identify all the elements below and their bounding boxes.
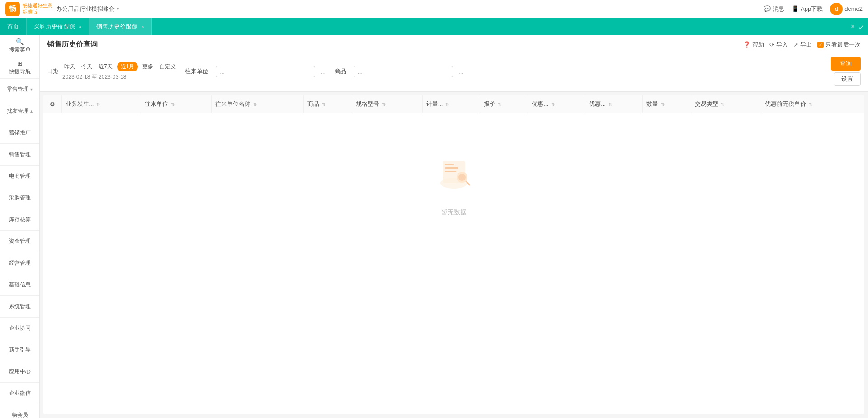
table-col-settings[interactable]: ⚙ [43, 95, 61, 113]
sidebar-item-marketing[interactable]: 营销推广 [0, 122, 39, 144]
date-btn-1month[interactable]: 近1月 [117, 62, 138, 71]
sidebar-item-app-center[interactable]: 应用中心 [0, 361, 39, 383]
help-button[interactable]: ❓ 帮助 [743, 41, 764, 49]
empty-illustration [431, 149, 476, 203]
settings-button[interactable]: 设置 [834, 72, 861, 86]
logo-text: 畅捷通好生意 标准版 [23, 3, 52, 14]
only-last-checkbox[interactable]: ✓ 只看最后一次 [817, 41, 861, 49]
date-btn-yesterday[interactable]: 昨天 [62, 62, 77, 71]
date-btn-today[interactable]: 今天 [80, 62, 94, 71]
date-btn-7days[interactable]: 近7天 [97, 62, 114, 71]
logo-icon: 畅 [5, 2, 20, 16]
sidebar-item-enterprise[interactable]: 企业协同 [0, 318, 39, 339]
window-close-icon[interactable]: × [851, 23, 855, 31]
sort-icon: ⇅ [661, 102, 665, 107]
table-col-discount1[interactable]: 优惠... ⇅ [528, 95, 585, 113]
table-col-partner[interactable]: 往来单位 ⇅ [141, 95, 212, 113]
app-selector[interactable]: 办公用品行业模拟账套 ▾ [56, 5, 119, 13]
table-col-unit[interactable]: 计量... ⇅ [422, 95, 480, 113]
checkbox-icon: ✓ [817, 42, 824, 48]
sort-icon: ⇅ [171, 102, 175, 107]
sidebar-item-basic-info[interactable]: 基础信息 [0, 274, 39, 296]
message-action[interactable]: 💬 消息 [764, 5, 784, 13]
sidebar-item-purchase-mgmt[interactable]: 采购管理 [0, 187, 39, 209]
table-col-trade-type[interactable]: 交易类型 ⇅ [691, 95, 761, 113]
user-profile[interactable]: d demo2 [830, 3, 863, 15]
app-download-action[interactable]: 📱 App下载 [792, 5, 823, 13]
search-icon: 🔍 [16, 38, 24, 45]
export-icon: ↗ [793, 41, 798, 48]
table-col-product[interactable]: 商品 ⇅ [304, 95, 352, 113]
chevron-up-icon: ▴ [30, 109, 33, 114]
message-icon: 💬 [764, 5, 771, 12]
sort-icon: ⇅ [322, 102, 326, 107]
sort-icon: ⇅ [445, 102, 449, 107]
page-header-top: 销售历史价查询 ❓ 帮助 ⟳ 导入 ↗ 导出 ✓ [47, 40, 861, 53]
product-input[interactable] [354, 66, 453, 77]
tab-bar-actions: × ⤢ [851, 23, 864, 31]
tab-purchase-history[interactable]: 采购历史价跟踪 × [27, 18, 89, 35]
query-button[interactable]: 查询 [831, 57, 861, 71]
sort-icon: ⇅ [382, 102, 386, 107]
top-bar-left: 畅 畅捷通好生意 标准版 办公用品行业模拟账套 ▾ [5, 2, 119, 16]
import-icon: ⟳ [769, 41, 774, 48]
tab-sales-history[interactable]: 销售历史价跟踪 × [89, 18, 151, 35]
sort-icon: ⇅ [253, 102, 257, 107]
partner-input[interactable] [216, 66, 315, 77]
close-sales-tab-icon[interactable]: × [141, 24, 144, 29]
sort-icon: ⇅ [809, 102, 812, 107]
sidebar-item-finance[interactable]: 资金管理 [0, 231, 39, 252]
sort-icon: ⇅ [498, 102, 501, 107]
table-col-business-date[interactable]: 业务发生... ⇅ [61, 95, 141, 113]
download-icon: 📱 [792, 5, 799, 12]
svg-rect-3 [445, 167, 458, 169]
partner-label: 往来单位 [185, 67, 208, 76]
empty-text: 暂无数据 [441, 209, 467, 217]
table-col-partner-name[interactable]: 往来单位名称 ⇅ [212, 95, 304, 113]
sidebar-item-retail-mgmt[interactable]: 零售管理 ▾ [0, 79, 39, 100]
sidebar-item-inventory[interactable]: 库存核算 [0, 209, 39, 231]
page-header: 销售历史价查询 ❓ 帮助 ⟳ 导入 ↗ 导出 ✓ [40, 35, 868, 53]
sidebar-item-sales-mgmt[interactable]: 销售管理 [0, 144, 39, 166]
table-col-quantity[interactable]: 数量 ⇅ [643, 95, 691, 113]
svg-rect-2 [445, 164, 454, 165]
table-wrapper: ⚙ 业务发生... ⇅ 往来单位 ⇅ 往来单位名称 ⇅ [43, 95, 864, 414]
partner-filter-group: 往来单位 ... [185, 66, 327, 77]
date-btn-more[interactable]: 更多 [141, 62, 155, 71]
sidebar-item-vip[interactable]: 畅会员 [0, 404, 39, 418]
sort-icon: ⇅ [96, 102, 100, 107]
table-col-discount2[interactable]: 优惠... ⇅ [585, 95, 643, 113]
window-max-icon[interactable]: ⤢ [859, 23, 864, 31]
sidebar-item-business-mgmt[interactable]: 经营管理 [0, 252, 39, 274]
sidebar-item-quick-nav[interactable]: ⊞ 快捷导航 [0, 57, 39, 79]
help-icon: ❓ [743, 41, 750, 48]
date-btn-custom[interactable]: 自定义 [158, 62, 178, 71]
tab-home[interactable]: 首页 [0, 18, 27, 35]
sidebar-item-guide[interactable]: 新手引导 [0, 339, 39, 361]
table-col-spec[interactable]: 规格型号 ⇅ [352, 95, 423, 113]
sort-icon: ⇅ [721, 102, 724, 107]
filter-bar: 日期 昨天 今天 近7天 近1月 更多 自定义 2023-02-18 至 202… [40, 53, 868, 92]
nav-icon: ⊞ [17, 60, 23, 67]
top-bar-right: 💬 消息 📱 App下载 d demo2 [764, 3, 863, 15]
sidebar-item-ecommerce[interactable]: 电商管理 [0, 166, 39, 187]
table-col-pre-tax-price[interactable]: 优惠前无税单价 ⇅ [761, 95, 864, 113]
sidebar-item-wholesale-mgmt[interactable]: 批发管理 ▴ [0, 100, 39, 122]
table-col-quote[interactable]: 报价 ⇅ [480, 95, 528, 113]
sidebar-item-system-mgmt[interactable]: 系统管理 [0, 296, 39, 318]
sort-icon: ⇅ [609, 102, 612, 107]
import-button[interactable]: ⟳ 导入 [769, 41, 788, 49]
sidebar: 🔍 搜索菜单 ⊞ 快捷导航 零售管理 ▾ 批发管理 ▴ 营销推广 销售管理 电商… [0, 35, 40, 418]
date-filter-top: 昨天 今天 近7天 近1月 更多 自定义 [62, 62, 178, 71]
filter-right: 查询 设置 [831, 57, 861, 86]
close-purchase-tab-icon[interactable]: × [79, 24, 81, 29]
empty-state: 暂无数据 [43, 113, 864, 253]
sidebar-item-search-menu[interactable]: 🔍 搜索菜单 [0, 35, 39, 57]
sidebar-item-wechat[interactable]: 企业微信 [0, 383, 39, 404]
sort-icon: ⇅ [551, 102, 555, 107]
page-title: 销售历史价查询 [47, 40, 98, 49]
date-filter-group: 日期 昨天 今天 近7天 近1月 更多 自定义 2023-02-18 至 202… [47, 62, 178, 81]
table-header-row: ⚙ 业务发生... ⇅ 往来单位 ⇅ 往来单位名称 ⇅ [43, 95, 864, 113]
export-button[interactable]: ↗ 导出 [793, 41, 812, 49]
svg-rect-4 [445, 171, 456, 172]
